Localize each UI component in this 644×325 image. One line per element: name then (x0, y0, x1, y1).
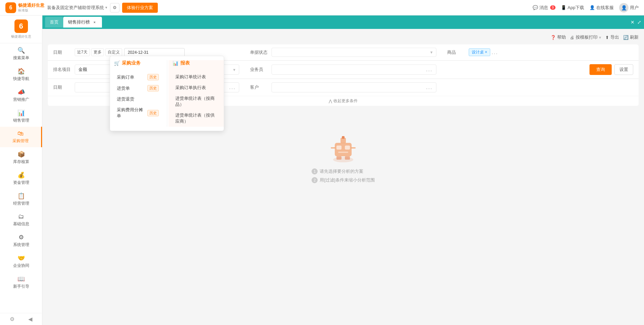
tab-close-icon[interactable]: × (92, 19, 97, 25)
system-icon: ⚙ (19, 234, 24, 241)
finance-icon: 💰 (17, 171, 25, 179)
sidebar-item-guide[interactable]: 📖 新手引导 (0, 272, 42, 293)
menu-item-goods-stats-by-product[interactable]: 进货单统计表（按商品） (173, 93, 220, 110)
sidebar-item-operation[interactable]: 📋 经营管理 (0, 189, 42, 210)
sidebar-collapse-btn[interactable]: ◀ (28, 316, 32, 322)
sidebar-item-quick[interactable]: 🏠 快捷导航 (0, 64, 42, 85)
tab-home-label: 首页 (50, 19, 59, 25)
sidebar-bottom: ⚙ ◀ (0, 313, 42, 325)
sidebar-label-purchase: 采购管理 (12, 138, 29, 144)
online-service-btn[interactable]: 👤 在线客服 (589, 5, 614, 11)
guide-icon: 📖 (17, 275, 25, 283)
sidebar-label-search: 搜索菜单 (13, 55, 29, 61)
inventory-icon: 📦 (17, 151, 25, 158)
purchase-section-title: 🛒 采购业务 (114, 60, 162, 68)
sidebar-item-finance[interactable]: 💰 资金管理 (0, 168, 42, 189)
tab-expand-btn[interactable]: ⤢ (637, 19, 641, 25)
menu-divider (167, 60, 167, 127)
menu-item-goods-stats-by-supplier[interactable]: 进货单统计表（按供应商） (173, 110, 220, 127)
sidebar-item-sales[interactable]: 📊 销售管理 (0, 106, 42, 127)
menu-item-purchase-order-stats[interactable]: 采购订单统计表 (173, 72, 220, 82)
sidebar-label-sales: 销售管理 (13, 118, 29, 123)
marketing-icon: 📣 (17, 88, 25, 96)
sidebar-item-search[interactable]: 🔍 搜索菜单 (0, 43, 42, 64)
top-bar: 6 畅捷通好生意 标准版 装备及固定资产辅助管理系统 ▾ ⚙ 体验行业方案 💬 … (0, 0, 644, 15)
sidebar-logo-text: 畅捷通好生意 (11, 34, 31, 39)
menu-item-purchase-expense[interactable]: 采购费用分摊单 历史 (114, 105, 162, 121)
app-download-btn[interactable]: 📱 App下载 (561, 5, 584, 11)
system-title-dropdown[interactable]: 装备及固定资产辅助管理系统 ▾ (47, 5, 107, 11)
content-body: ❓ 帮助 🖨 按模板打印 ▾ ⬆ 导出 🔄 (42, 29, 644, 325)
sidebar-label-quick: 快捷导航 (13, 76, 29, 82)
content-area: 首页 销售排行榜 × ✕ ⤢ (42, 15, 644, 325)
tab-sales-rank-label: 销售排行榜 (68, 19, 90, 25)
logo-text: 畅捷通好生意 标准版 (18, 3, 44, 13)
sales-icon: 📊 (17, 109, 25, 117)
top-right: 💬 消息 9 📱 App下载 👤 在线客服 👤 用户 (533, 3, 639, 12)
sidebar-item-purchase[interactable]: 🛍 采购管理 (0, 127, 42, 147)
tab-close-btn[interactable]: ✕ (631, 19, 635, 25)
main-area: 6 畅捷通好生意 🔍 搜索菜单 🏠 快捷导航 📣 营销推广 📊 销售管理 🛍 (0, 15, 644, 325)
purchase-section-icon: 🛒 (114, 60, 120, 66)
user-btn[interactable]: 👤 用户 (619, 3, 639, 12)
purchase-menu-section: 🛒 采购业务 采购订单 历史 进货单 历史 进货退货 (110, 60, 166, 127)
logo-area: 6 畅捷通好生意 标准版 (5, 2, 44, 13)
sidebar-label-corp: 企业协同 (13, 263, 29, 269)
dropdown-icon: ▾ (105, 5, 107, 10)
message-btn[interactable]: 💬 消息 9 (533, 5, 556, 11)
sidebar-item-inventory[interactable]: 📦 库存核算 (0, 147, 42, 168)
menu-item-goods-return[interactable]: 进货退货 (114, 94, 162, 105)
quick-icon: 🏠 (17, 68, 25, 75)
tab-home[interactable]: 首页 (45, 17, 63, 28)
operation-icon: 📋 (17, 192, 25, 200)
sidebar-item-marketing[interactable]: 📣 营销推广 (0, 85, 42, 106)
dropdown-menu: 🛒 采购业务 采购订单 历史 进货单 历史 进货退货 (110, 56, 224, 131)
top-left: 6 畅捷通好生意 标准版 装备及固定资产辅助管理系统 ▾ ⚙ 体验行业方案 (5, 2, 158, 13)
sidebar-label-guide: 新手引导 (13, 284, 29, 289)
sidebar-label-operation: 经营管理 (13, 201, 29, 206)
search-icon: 🔍 (17, 47, 25, 54)
menu-item-purchase-order[interactable]: 采购订单 历史 (114, 72, 162, 83)
topbar-settings-icon[interactable]: ⚙ (110, 3, 119, 12)
system-title-text: 装备及固定资产辅助管理系统 (47, 5, 104, 11)
sidebar-item-system[interactable]: ⚙ 系统管理 (0, 230, 42, 251)
logo-icon: 6 (5, 2, 16, 13)
report-section-icon: 📊 (173, 60, 178, 66)
avatar: 👤 (619, 3, 629, 12)
tab-bar: 首页 销售排行榜 × ✕ ⤢ (42, 15, 644, 29)
menu-item-purchase-order-exec[interactable]: 采购订单执行表 (173, 82, 220, 93)
sidebar-label-inventory: 库存核算 (13, 159, 29, 165)
sidebar-label-system: 系统管理 (13, 242, 29, 248)
report-menu-section: 📊 报表 采购订单统计表 采购订单执行表 进货单统计表（按商品） (169, 60, 224, 127)
sidebar-label-finance: 资金管理 (13, 180, 29, 186)
sidebar-label-basic: 基础信息 (13, 221, 29, 227)
sidebar-logo: 6 畅捷通好生意 (0, 15, 42, 43)
purchase-icon: 🛍 (17, 130, 24, 137)
industry-btn[interactable]: 体验行业方案 (122, 3, 158, 13)
corp-icon: 🤝 (17, 254, 25, 262)
sidebar-label-marketing: 营销推广 (13, 97, 29, 103)
sidebar: 6 畅捷通好生意 🔍 搜索菜单 🏠 快捷导航 📣 营销推广 📊 销售管理 🛍 (0, 15, 42, 325)
sidebar-item-basic[interactable]: 🗂 基础信息 (0, 210, 42, 230)
basic-icon: 🗂 (18, 213, 24, 220)
tab-sales-rank[interactable]: 销售排行榜 × (63, 17, 102, 28)
report-section-title: 📊 报表 (173, 60, 220, 68)
tab-bar-right: ✕ ⤢ (631, 19, 641, 25)
sidebar-item-corp[interactable]: 🤝 企业协同 (0, 251, 42, 272)
sidebar-settings-btn[interactable]: ⚙ (10, 316, 14, 322)
sidebar-logo-icon: 6 (14, 19, 28, 33)
menu-item-goods-receipt[interactable]: 进货单 历史 (114, 83, 162, 94)
